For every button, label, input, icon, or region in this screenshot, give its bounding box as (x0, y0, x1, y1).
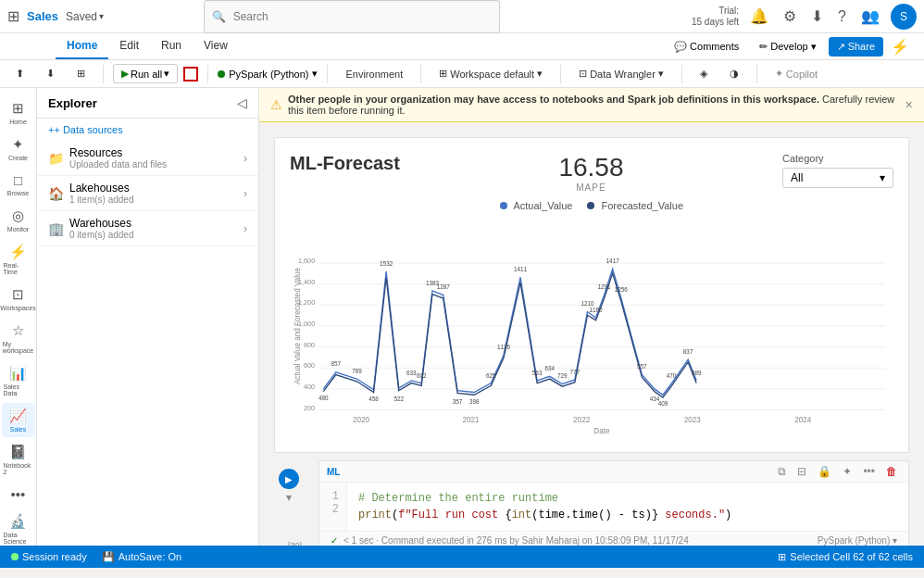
tab-run[interactable]: Run (150, 33, 193, 59)
cell-move-down-button[interactable]: ▾ (286, 491, 292, 504)
tab-edit[interactable]: Edit (108, 33, 150, 59)
code-lines[interactable]: # Determine the entire runtime print(f"F… (347, 483, 908, 531)
extra-options-icon[interactable]: ⚡ (887, 36, 913, 57)
variables-button[interactable]: ⊞ (69, 64, 94, 83)
nav-home[interactable]: ⊞ Home (2, 95, 35, 130)
close-warning-button[interactable]: ✕ (905, 99, 913, 111)
transform-button[interactable]: ⬆ (7, 64, 32, 83)
svg-text:522: 522 (393, 396, 404, 403)
split-cell-button[interactable]: ⊟ (793, 463, 810, 480)
nav-realtime[interactable]: ⚡ Real-Time (2, 239, 35, 280)
tab-home[interactable]: Home (56, 33, 108, 59)
delete-cell-button[interactable]: 🗑 (882, 463, 901, 480)
develop-button[interactable]: ✏ Develop ▾ (751, 37, 824, 57)
svg-text:Date: Date (593, 427, 610, 435)
explorer-header: Explorer ◁ (37, 88, 258, 119)
svg-text:470: 470 (667, 372, 677, 379)
wrangler-icon: ⊡ (579, 68, 587, 80)
lakehouse-icon: 🏠 (48, 186, 64, 201)
grid-icon[interactable]: ⊞ (7, 7, 19, 25)
chevron-down-icon[interactable]: ▾ (537, 68, 543, 80)
resources-sub: Uploaded data and files (69, 159, 238, 170)
category-dropdown[interactable]: All ▾ (782, 168, 893, 188)
svg-text:777: 777 (570, 369, 581, 375)
data-science-icon: 🔬 (9, 513, 27, 530)
azure-icon: ◑ (730, 68, 739, 80)
run-all-button[interactable]: ▶ Run all ▾ (113, 64, 178, 83)
nav-workspaces[interactable]: ⊡ Workspaces (2, 282, 35, 316)
chevron-right-icon: › (243, 152, 247, 165)
search-box[interactable]: 🔍 (204, 0, 500, 33)
svg-text:409: 409 (658, 400, 668, 407)
download-icon[interactable]: ⬇ (807, 6, 827, 27)
copy-cell-button[interactable]: ⧉ (774, 463, 790, 480)
settings-icon[interactable]: ⚙ (780, 6, 800, 27)
svg-text:2024: 2024 (794, 416, 812, 424)
nav-notebook2[interactable]: 📓 Notebook 2 (2, 439, 35, 480)
svg-text:563: 563 (532, 370, 543, 376)
nav-more[interactable]: ••• (2, 482, 35, 507)
vscode-button[interactable]: ◈ (692, 64, 716, 83)
environment-button[interactable]: Environment (337, 65, 411, 83)
search-input[interactable] (233, 10, 492, 23)
nav-browse[interactable]: □ Browse (2, 168, 35, 201)
autosave-text: AutoSave: On (119, 551, 182, 562)
chevron-down-icon[interactable]: ▾ (658, 68, 664, 80)
main-layout: ⊞ Home ✦ Create □ Browse ◎ Monitor ⚡ Rea… (0, 88, 924, 546)
session-status-text: Session ready (22, 551, 87, 562)
people-icon[interactable]: 👥 (857, 6, 883, 27)
chevron-down-icon[interactable]: ▾ (99, 11, 104, 21)
nav-sales-data[interactable]: 📊 Sales Data (2, 360, 35, 401)
magic-cell-button[interactable]: ✦ (839, 463, 855, 480)
explorer-warehouses[interactable]: 🏢 Warehouses 0 item(s) added › (37, 211, 258, 246)
search-icon: 🔍 (212, 10, 226, 23)
data-wrangler-button[interactable]: ⊡ Data Wrangler ▾ (570, 64, 672, 83)
workspace-icon: ⊞ (439, 68, 447, 80)
trial-info: Trial: 15 days left (692, 6, 739, 28)
session-indicator: PySpark (Python) ▾ (218, 68, 318, 80)
nav-create[interactable]: ✦ Create (2, 132, 35, 166)
chevron-icon[interactable]: ▾ (312, 68, 318, 80)
share-button[interactable]: ↗ Share (829, 37, 883, 57)
create-icon: ✦ (12, 136, 24, 153)
cell-controls: ▶ ▾ (279, 461, 299, 504)
chart-visualization: Actual Value and Forecasted Value 200 40… (290, 215, 893, 437)
help-icon[interactable]: ? (834, 6, 850, 27)
chart-header: ML-Forecast 16.58 MAPE Category All ▾ (290, 153, 893, 193)
divider-3 (327, 65, 328, 83)
add-data-sources-button[interactable]: + + Data sources (37, 119, 258, 141)
explorer-resources[interactable]: 📁 Resources Uploaded data and files › (37, 141, 258, 176)
lock-cell-button[interactable]: 🔒 (814, 463, 835, 480)
svg-text:634: 634 (544, 365, 555, 371)
mape-label: MAPE (558, 182, 623, 193)
code-cell: ▶ ▾ ML ⧉ ⊟ 🔒 ✦ ••• 🗑 [30] (318, 460, 909, 546)
bell-icon[interactable]: 🔔 (746, 6, 772, 27)
run-cell-button[interactable]: ▶ (279, 469, 299, 489)
chevron-icon[interactable]: ▾ (893, 535, 897, 546)
azure-button[interactable]: ◑ (721, 64, 747, 83)
nav-my-workspace[interactable]: ☆ My workspace (2, 318, 35, 358)
nav-sales[interactable]: 📈 Sales (2, 403, 35, 437)
chart-cell: ML-Forecast 16.58 MAPE Category All ▾ (274, 137, 909, 453)
workspace-button[interactable]: ⊞ Workspace default ▾ (431, 64, 551, 83)
chevron-down-icon: ▾ (811, 41, 817, 53)
sales-data-icon: 📊 (9, 365, 27, 382)
legend-forecasted: Forecasted_Value (587, 200, 683, 211)
collapse-explorer-button[interactable]: ◁ (237, 95, 247, 110)
more-options-button[interactable]: ••• (859, 463, 879, 480)
avatar[interactable]: S (891, 4, 917, 30)
stop-button[interactable] (183, 67, 198, 82)
nav-monitor[interactable]: ◎ Monitor (2, 203, 35, 237)
tab-view[interactable]: View (193, 33, 239, 59)
nav-data-science[interactable]: 🔬 Data Science (2, 509, 35, 549)
svg-text:729: 729 (557, 372, 568, 379)
title-bar: ⊞ Sales Saved ▾ 🔍 Trial: 15 days left 🔔 … (0, 0, 924, 33)
download-data-button[interactable]: ⬇ (38, 64, 63, 83)
explorer-lakehouses[interactable]: 🏠 Lakehouses 1 item(s) added › (37, 176, 258, 211)
divider-1 (103, 65, 104, 83)
comments-button[interactable]: 💬 Comments (666, 37, 747, 57)
copilot-button[interactable]: ✦ Copilot (767, 64, 826, 83)
chart-legend: Actual_Value Forecasted_Value (290, 200, 893, 211)
execution-number: [30] (288, 541, 302, 546)
ribbon: Home Edit Run View 💬 Comments ✏ Develop … (0, 33, 924, 60)
